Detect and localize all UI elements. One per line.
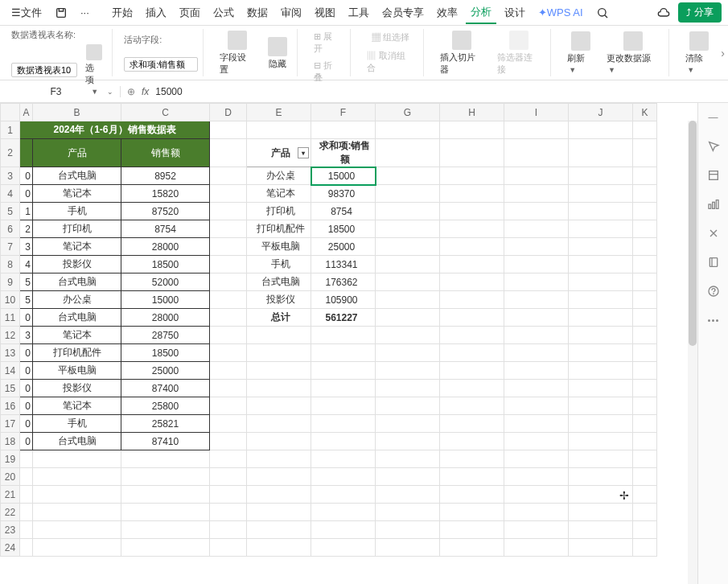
cell-H6[interactable] [440,220,504,238]
cell-K22[interactable] [633,504,657,521]
cell-G11[interactable] [376,309,440,327]
row-header-6[interactable]: 6 [1,220,20,238]
cell-J8[interactable] [569,256,633,273]
cell-A15[interactable]: 0 [20,380,33,397]
cell-D13[interactable] [210,344,247,362]
cell-I9[interactable] [504,273,569,291]
cell-C24[interactable] [121,539,210,557]
row-header-11[interactable]: 11 [1,309,20,327]
zoom-icon[interactable]: ⊕ [127,86,135,97]
cell-K5[interactable] [633,203,657,220]
cell-I6[interactable] [504,220,569,238]
sidebar-chart-icon[interactable] [705,196,722,212]
cell-B12[interactable]: 笔记本 [33,327,121,344]
cell-F9[interactable]: 176362 [311,273,376,291]
sidebar-book-icon[interactable] [705,254,722,270]
cell-F3[interactable]: 15000 [311,167,376,185]
cell-G8[interactable] [376,256,440,273]
cell-H24[interactable] [440,539,504,557]
pivot-filter-button[interactable]: ▾ [298,147,309,158]
cell-B3[interactable]: 台式电脑 [33,167,121,185]
cell-J15[interactable] [569,380,633,397]
cell-D6[interactable] [210,220,247,238]
cell-I7[interactable] [504,238,569,256]
cell-B14[interactable]: 平板电脑 [33,362,121,380]
cell-G23[interactable] [376,521,440,539]
cell-K10[interactable] [633,291,657,309]
cell-E6[interactable]: 打印机配件 [247,220,311,238]
row-header-12[interactable]: 12 [1,327,20,344]
cell-I17[interactable] [504,415,569,433]
row-header-8[interactable]: 8 [1,256,20,273]
menu-analysis[interactable]: 分析 [466,2,496,24]
hamburger-menu[interactable]: ☰ 文件 [6,2,47,23]
menu-start[interactable]: 开始 [107,2,138,23]
cell-J14[interactable] [569,362,633,380]
cell-E20[interactable] [247,468,311,486]
cell-B8[interactable]: 投影仪 [33,256,121,273]
cell-K16[interactable] [633,397,657,415]
cell-J23[interactable] [569,521,633,539]
cell-H4[interactable] [440,185,504,203]
cell-D7[interactable] [210,238,247,256]
cell-C6[interactable]: 8754 [121,220,210,238]
cell-H9[interactable] [440,273,504,291]
cell-I2[interactable] [504,139,569,167]
cell-E21[interactable] [247,486,311,504]
cell-F1[interactable] [311,121,376,139]
cell-F2[interactable]: 求和项:销售额 [311,139,376,167]
cell-A17[interactable]: 0 [20,415,33,433]
cell-H15[interactable] [440,380,504,397]
cell-E1[interactable] [247,121,311,139]
cell-H18[interactable] [440,433,504,450]
cell-D3[interactable] [210,167,247,185]
row-header-18[interactable]: 18 [1,433,20,450]
row-header-21[interactable]: 21 [1,486,20,504]
cell-C3[interactable]: 8952 [121,167,210,185]
cell-D4[interactable] [210,185,247,203]
cell-J10[interactable] [569,291,633,309]
cell-B20[interactable] [33,468,121,486]
sidebar-help-icon[interactable] [705,283,722,299]
cell-G22[interactable] [376,504,440,521]
cell-H22[interactable] [440,504,504,521]
cell-E24[interactable] [247,539,311,557]
col-header-G[interactable]: G [376,104,440,121]
vertical-scrollbar[interactable] [688,121,697,584]
insert-slicer-button[interactable]: 插入切片器 [435,29,489,77]
col-header-H[interactable]: H [440,104,504,121]
cell-E22[interactable] [247,504,311,521]
cell-K15[interactable] [633,380,657,397]
cell-H19[interactable] [440,450,504,468]
cell-E4[interactable]: 笔记本 [247,185,311,203]
cell-G9[interactable] [376,273,440,291]
sidebar-properties-icon[interactable] [705,167,722,183]
cell-J19[interactable] [569,450,633,468]
cell-B21[interactable] [33,486,121,504]
cell-G5[interactable] [376,203,440,220]
fx-label[interactable]: fx [142,86,149,97]
cell-C14[interactable]: 25000 [121,362,210,380]
cell-B13[interactable]: 打印机配件 [33,344,121,362]
cell-H14[interactable] [440,362,504,380]
cell-I16[interactable] [504,397,569,415]
sidebar-more-icon[interactable] [705,312,722,328]
cell-K17[interactable] [633,415,657,433]
cell-I11[interactable] [504,309,569,327]
cell-H16[interactable] [440,397,504,415]
row-header-9[interactable]: 9 [1,273,20,291]
row-header-23[interactable]: 23 [1,521,20,539]
cell-C13[interactable]: 18500 [121,344,210,362]
cell-A8[interactable]: 4 [20,256,33,273]
cell-I21[interactable] [504,486,569,504]
row-header-19[interactable]: 19 [1,450,20,468]
cell-D5[interactable] [210,203,247,220]
options-button[interactable]: 选项▼ [80,43,107,97]
cell-E14[interactable] [247,362,311,380]
cell-B9[interactable]: 台式电脑 [33,273,121,291]
cell-G10[interactable] [376,291,440,309]
cell-F23[interactable] [311,521,376,539]
cloud-icon[interactable] [652,3,675,23]
col-header-B[interactable]: B [33,104,121,121]
cell-B19[interactable] [33,450,121,468]
